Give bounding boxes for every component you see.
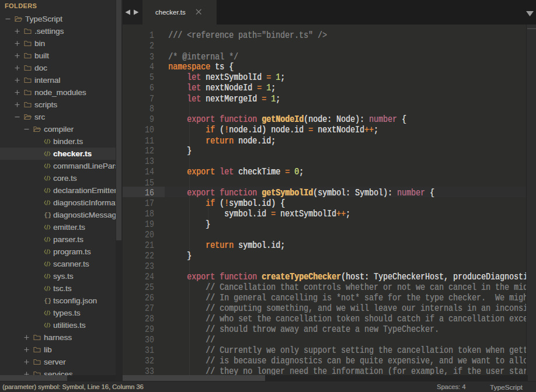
svg-text:{}: {} [44,298,51,304]
svg-text:{}: {} [44,212,51,218]
